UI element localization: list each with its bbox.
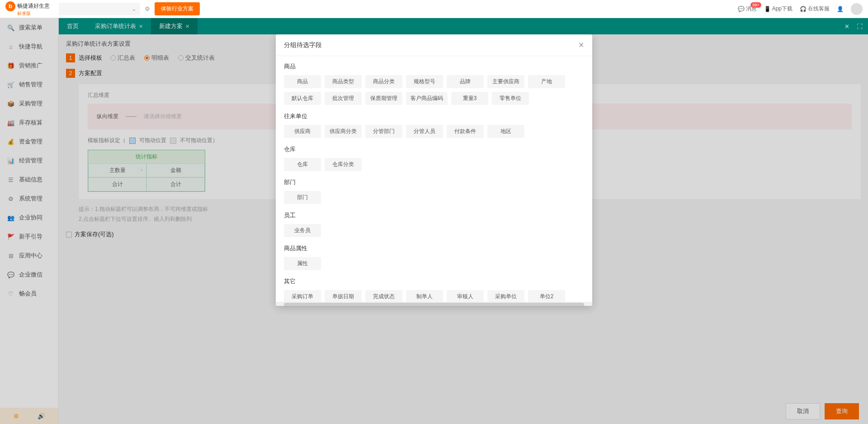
field-chip[interactable]: 重量3: [451, 92, 488, 105]
field-grid: 属性: [284, 257, 584, 270]
field-chip[interactable]: 单位2: [528, 290, 565, 302]
field-chip[interactable]: 完成状态: [365, 290, 402, 302]
field-chip[interactable]: 商品: [284, 75, 321, 88]
field-chip[interactable]: 单据日期: [325, 290, 362, 302]
field-section-2: 仓库仓库仓库分类: [284, 145, 584, 171]
settings-gear-icon[interactable]: ⚙: [145, 5, 150, 12]
field-section-0: 商品商品商品类型商品分类规格型号品牌主要供应商产地默认仓库批次管理保质期管理客户…: [284, 62, 584, 105]
field-chip[interactable]: 部门: [284, 191, 321, 204]
field-chip[interactable]: 默认仓库: [284, 92, 321, 105]
field-chip[interactable]: 付款条件: [447, 125, 484, 138]
field-grid: 供应商供应商分类分管部门分管人员付款条件地区: [284, 125, 584, 138]
modal-body: 商品商品商品类型商品分类规格型号品牌主要供应商产地默认仓库批次管理保质期管理客户…: [276, 56, 592, 302]
field-section-4: 员工业务员: [284, 211, 584, 237]
field-chip[interactable]: 品牌: [447, 75, 484, 88]
field-grid: 商品商品类型商品分类规格型号品牌主要供应商产地默认仓库批次管理保质期管理客户商品…: [284, 75, 584, 105]
field-grid: 部门: [284, 191, 584, 204]
field-chip[interactable]: 商品类型: [325, 75, 362, 88]
field-section-3: 部门部门: [284, 178, 584, 204]
company-dropdown[interactable]: ⌄: [59, 3, 140, 15]
field-chip[interactable]: 规格型号: [406, 75, 443, 88]
avatar[interactable]: [851, 3, 863, 15]
field-section-1: 往来单位供应商供应商分类分管部门分管人员付款条件地区: [284, 112, 584, 138]
topbar-right: 💬 消息 99+ 📱 App下载 🎧 在线客服 👤: [738, 3, 863, 15]
field-chip[interactable]: 客户商品编码: [406, 92, 448, 105]
field-chip[interactable]: 仓库分类: [325, 158, 362, 171]
messages-link[interactable]: 💬 消息 99+: [738, 5, 757, 13]
field-chip[interactable]: 地区: [487, 125, 524, 138]
modal-overlay[interactable]: 分组待选字段 ✕ 商品商品商品类型商品分类规格型号品牌主要供应商产地默认仓库批次…: [0, 18, 868, 424]
field-chip[interactable]: 零售单位: [492, 92, 529, 105]
field-grid: 采购订单单据日期完成状态制单人审核人采购单位单位2主计量批号价格类型预计到货日期…: [284, 290, 584, 302]
experience-button[interactable]: 体验行业方案: [155, 2, 200, 15]
field-section-title: 往来单位: [284, 112, 584, 120]
field-chip[interactable]: 分管部门: [365, 125, 402, 138]
field-section-6: 其它采购订单单据日期完成状态制单人审核人采购单位单位2主计量批号价格类型预计到货…: [284, 277, 584, 302]
field-section-5: 商品属性属性: [284, 244, 584, 270]
field-chip[interactable]: 批次管理: [325, 92, 362, 105]
modal-title: 分组待选字段: [284, 41, 322, 49]
field-chip[interactable]: 商品分类: [365, 75, 402, 88]
modal-h-scrollbar-thumb[interactable]: [284, 303, 584, 306]
field-chip[interactable]: 采购订单: [284, 290, 321, 302]
field-section-title: 商品属性: [284, 244, 584, 252]
field-chip[interactable]: 产地: [528, 75, 565, 88]
messages-badge: 99+: [750, 2, 761, 8]
field-chip[interactable]: 审核人: [447, 290, 484, 302]
user-icon[interactable]: 👤: [837, 6, 844, 12]
field-selector-modal: 分组待选字段 ✕ 商品商品商品类型商品分类规格型号品牌主要供应商产地默认仓库批次…: [276, 34, 592, 306]
field-chip[interactable]: 供应商: [284, 125, 321, 138]
field-grid: 业务员: [284, 224, 584, 237]
headset-icon: 🎧: [800, 6, 807, 12]
phone-icon: 📱: [764, 6, 771, 12]
field-chip[interactable]: 保质期管理: [365, 92, 402, 105]
field-grid: 仓库仓库分类: [284, 158, 584, 171]
modal-close-icon[interactable]: ✕: [578, 41, 584, 49]
field-chip[interactable]: 供应商分类: [325, 125, 362, 138]
field-section-title: 商品: [284, 62, 584, 71]
field-chip[interactable]: 主要供应商: [487, 75, 524, 88]
app-download-link[interactable]: 📱 App下载: [764, 5, 793, 13]
logo-area: b 畅捷通好生意 标准版: [5, 1, 50, 17]
field-section-title: 员工: [284, 211, 584, 219]
online-cs-link[interactable]: 🎧 在线客服: [800, 5, 830, 13]
field-chip[interactable]: 仓库: [284, 158, 321, 171]
modal-h-scrollbar[interactable]: [276, 302, 592, 306]
modal-header: 分组待选字段 ✕: [276, 34, 592, 56]
field-chip[interactable]: 业务员: [284, 224, 321, 237]
field-chip[interactable]: 采购单位: [487, 290, 524, 302]
logo-text: 畅捷通好生意: [17, 2, 50, 10]
field-section-title: 其它: [284, 277, 584, 286]
field-chip[interactable]: 分管人员: [406, 125, 443, 138]
field-chip[interactable]: 制单人: [406, 290, 443, 302]
logo-icon: b: [5, 1, 15, 11]
topbar: b 畅捷通好生意 标准版 ⌄ ⚙ 体验行业方案 💬 消息 99+ 📱 App下载…: [0, 0, 868, 18]
field-section-title: 仓库: [284, 145, 584, 153]
chevron-down-icon: ⌄: [132, 5, 137, 12]
message-icon: 💬: [738, 6, 745, 12]
field-section-title: 部门: [284, 178, 584, 186]
logo-subtitle: 标准版: [17, 10, 50, 17]
field-chip[interactable]: 属性: [284, 257, 321, 270]
